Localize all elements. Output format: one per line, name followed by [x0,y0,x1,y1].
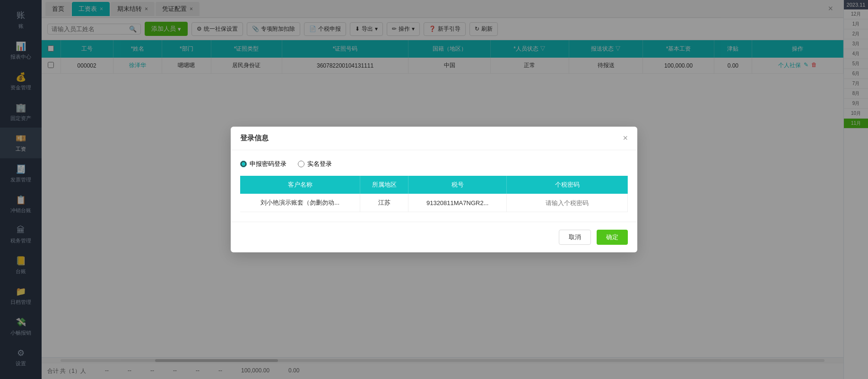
cancel-button[interactable]: 取消 [559,230,591,245]
modal-table-row: 刘小艳演示账套（勿删勿动... 江苏 91320811MA7NGR2... [240,194,628,212]
radio-password-input[interactable] [240,161,247,167]
modal-col-region: 所属地区 [360,176,408,194]
modal-tax-number: 91320811MA7NGR2... [408,194,507,212]
modal-title: 登录信息 [240,134,269,143]
modal-body: 申报密码登录 实名登录 客户名称 所属地区 税号 个税密码 [231,150,637,222]
confirm-button[interactable]: 确定 [597,230,628,245]
modal-overlay: 登录信息 × 申报密码登录 实名登录 客户名称 所属地区 [0,0,868,379]
login-info-modal: 登录信息 × 申报密码登录 实名登录 客户名称 所属地区 [231,127,637,252]
login-info-table: 客户名称 所属地区 税号 个税密码 刘小艳演示账套（勿删勿动... 江苏 913… [240,176,628,212]
modal-client-name: 刘小艳演示账套（勿删勿动... [240,194,360,212]
radio-realname-login[interactable]: 实名登录 [298,160,332,168]
modal-tax-password-cell[interactable] [507,194,628,212]
radio-realname-input[interactable] [298,161,304,167]
login-type-radio-group: 申报密码登录 实名登录 [240,160,628,168]
modal-close-button[interactable]: × [623,133,628,143]
radio-password-login[interactable]: 申报密码登录 [240,160,286,168]
modal-col-client: 客户名称 [240,176,360,194]
modal-col-taxpwd: 个税密码 [507,176,628,194]
tax-password-input[interactable] [512,199,622,207]
modal-header: 登录信息 × [231,127,637,150]
modal-col-taxno: 税号 [408,176,507,194]
modal-footer: 取消 确定 [231,222,637,252]
modal-region: 江苏 [360,194,408,212]
